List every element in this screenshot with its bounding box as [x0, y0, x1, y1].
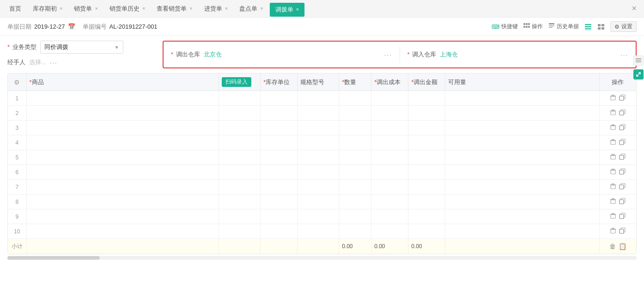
tab-home[interactable]: 首页	[4, 0, 27, 18]
cost-cell	[371, 91, 408, 106]
svg-rect-45	[620, 155, 624, 159]
layout-icon-split[interactable]	[597, 23, 605, 31]
warehouse-in-more-button[interactable]: ···	[620, 51, 628, 58]
svg-rect-24	[612, 110, 614, 110]
tab-inventory-check[interactable]: 盘点单 ×	[234, 0, 269, 18]
unit-cell	[261, 91, 298, 106]
product-cell[interactable]	[26, 224, 219, 239]
row-delete-icon[interactable]	[610, 139, 616, 146]
amount-cell	[408, 91, 445, 106]
history-icon	[548, 23, 555, 31]
row-num: 3	[8, 121, 26, 135]
person-more-button[interactable]: ···	[50, 59, 58, 66]
row-copy-icon[interactable]	[619, 124, 626, 132]
row-copy-icon[interactable]	[619, 94, 626, 102]
row-delete-icon[interactable]	[610, 183, 616, 191]
calendar-icon[interactable]: 📅	[68, 23, 75, 30]
copy-icon[interactable]: 📋	[619, 243, 626, 250]
panel-expand-button[interactable]	[633, 69, 644, 79]
product-cell[interactable]	[26, 165, 219, 180]
tab-close-inventory-check[interactable]: ×	[260, 6, 263, 11]
warehouse-out-more-button[interactable]: ···	[384, 51, 392, 58]
row-delete-icon[interactable]	[610, 94, 616, 102]
product-cell[interactable]	[26, 195, 219, 209]
tab-close-view-sales[interactable]: ×	[189, 6, 192, 11]
qty-cell[interactable]	[339, 209, 371, 224]
delete-icon[interactable]: 🗑	[609, 243, 616, 250]
unit-cell	[261, 135, 298, 150]
row-copy-icon[interactable]	[619, 213, 626, 220]
barcode-cell	[219, 180, 261, 195]
shortcut-button[interactable]: ⌨ 快捷键	[492, 23, 518, 31]
barcode-scan-button[interactable]: 扫码录入	[222, 77, 251, 87]
qty-cell[interactable]	[339, 121, 371, 135]
row-delete-icon[interactable]	[610, 124, 616, 132]
product-cell[interactable]	[26, 150, 219, 165]
row-copy-icon[interactable]	[619, 183, 626, 191]
svg-rect-16	[601, 27, 604, 30]
code-field: 单据编号 AL-20191227-001	[83, 23, 158, 31]
col-settings[interactable]: ⚙	[8, 73, 26, 91]
product-cell[interactable]	[26, 106, 219, 121]
available-cell	[445, 180, 599, 195]
available-cell	[445, 209, 599, 224]
product-cell[interactable]	[26, 91, 219, 106]
tab-close-inventory-init[interactable]: ×	[60, 6, 62, 11]
row-copy-icon[interactable]	[619, 227, 626, 235]
tab-purchase[interactable]: 进货单 ×	[199, 0, 234, 18]
amount-cell	[408, 209, 445, 224]
ops-button[interactable]: 操作	[523, 23, 543, 31]
row-num: 7	[8, 180, 26, 195]
spec-cell	[298, 165, 339, 180]
tab-close-sales-history[interactable]: ×	[142, 6, 145, 11]
product-cell[interactable]	[26, 135, 219, 150]
biz-type-select[interactable]: 同价调拨 ▼	[40, 41, 123, 54]
svg-rect-31	[611, 126, 615, 130]
row-copy-icon[interactable]	[619, 198, 626, 206]
qty-cell[interactable]	[339, 106, 371, 121]
tab-inventory-init[interactable]: 库存期初 ×	[27, 0, 68, 18]
scroll-thumb[interactable]	[7, 256, 100, 260]
qty-cell[interactable]	[339, 135, 371, 150]
row-delete-icon[interactable]	[610, 168, 616, 176]
panel-list-button[interactable]	[633, 55, 644, 66]
layout-icon-list[interactable]	[584, 23, 592, 31]
table-scroll-area[interactable]: ⚙ *商品 扫码录入 *库存单位 规格型号 *数量 *调出成本 *调出金额 可用…	[8, 73, 636, 254]
table-row: 3	[8, 121, 636, 135]
tab-transfer[interactable]: 调拨单 ×	[269, 3, 305, 17]
row-delete-icon[interactable]	[610, 153, 616, 161]
cost-cell	[371, 135, 408, 150]
row-delete-icon[interactable]	[610, 227, 616, 235]
row-delete-icon[interactable]	[610, 109, 616, 117]
product-cell[interactable]	[26, 180, 219, 195]
qty-cell[interactable]	[339, 180, 371, 195]
history-button[interactable]: 历史单据	[548, 23, 579, 31]
amount-cell	[408, 195, 445, 209]
qty-cell[interactable]	[339, 195, 371, 209]
tab-sales-order[interactable]: 销货单 ×	[68, 0, 103, 18]
qty-cell[interactable]	[339, 150, 371, 165]
svg-rect-7	[549, 25, 554, 26]
qty-cell[interactable]	[339, 91, 371, 106]
barcode-cell	[219, 165, 261, 180]
qty-cell[interactable]	[339, 165, 371, 180]
product-cell[interactable]	[26, 209, 219, 224]
svg-rect-9	[585, 24, 591, 25]
row-copy-icon[interactable]	[619, 168, 626, 176]
qty-cell[interactable]	[339, 224, 371, 239]
row-delete-icon[interactable]	[610, 213, 616, 220]
tab-close-purchase[interactable]: ×	[225, 6, 228, 11]
amount-cell	[408, 224, 445, 239]
tab-sales-history[interactable]: 销货单历史 ×	[104, 0, 151, 18]
product-cell[interactable]	[26, 121, 219, 135]
table-settings-icon[interactable]: ⚙	[13, 78, 21, 86]
row-copy-icon[interactable]	[619, 109, 626, 117]
tab-close-sales-order[interactable]: ×	[95, 6, 97, 11]
person-select[interactable]: 选择...	[29, 58, 46, 67]
tab-view-sales[interactable]: 查看销货单 ×	[151, 0, 198, 18]
horizontal-scrollbar[interactable]	[7, 256, 637, 260]
row-delete-icon[interactable]	[610, 198, 616, 206]
row-copy-icon[interactable]	[619, 153, 626, 161]
tab-close-transfer[interactable]: ×	[296, 7, 299, 12]
row-copy-icon[interactable]	[619, 139, 626, 146]
